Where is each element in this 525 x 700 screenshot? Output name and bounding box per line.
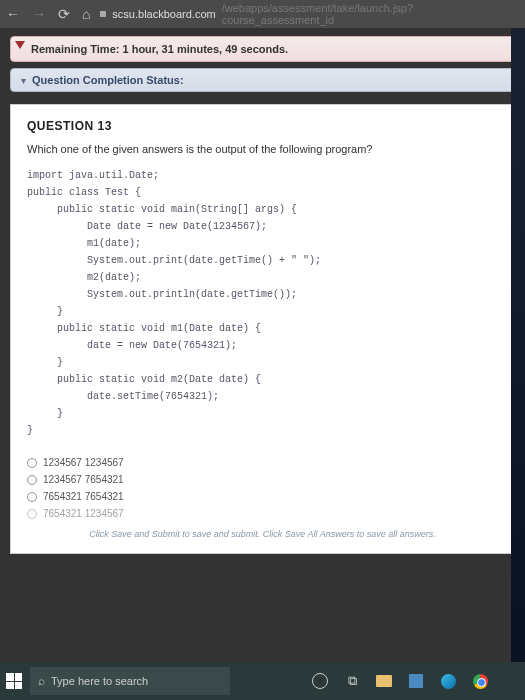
taskbar-search[interactable]: ⌕ Type here to search <box>30 667 230 695</box>
answer-option[interactable]: 1234567 1234567 <box>27 457 498 468</box>
chrome-icon[interactable] <box>471 672 489 690</box>
option-label: 7654321 1234567 <box>43 508 124 519</box>
question-title: QUESTION 13 <box>27 119 498 133</box>
radio-icon[interactable] <box>27 458 37 468</box>
completion-status-label: Question Completion Status: <box>32 74 184 86</box>
answer-options: 1234567 1234567 1234567 7654321 7654321 … <box>27 457 498 519</box>
url-host: scsu.blackboard.com <box>112 8 215 20</box>
edge-icon[interactable] <box>439 672 457 690</box>
question-prompt: Which one of the given answers is the ou… <box>27 143 498 155</box>
back-icon[interactable]: ← <box>6 6 20 22</box>
address-bar[interactable]: scsu.blackboard.com /webapps/assessment/… <box>100 2 519 26</box>
forward-icon[interactable]: → <box>32 6 46 22</box>
page-body: Remaining Time: 1 hour, 31 minutes, 49 s… <box>0 28 525 662</box>
code-block: import java.util.Date; public class Test… <box>27 167 498 439</box>
option-label: 7654321 7654321 <box>43 491 124 502</box>
answer-option[interactable]: 7654321 1234567 <box>27 508 498 519</box>
start-button[interactable] <box>6 673 22 689</box>
expand-icon: ▾ <box>21 75 26 86</box>
collapse-icon[interactable] <box>15 41 25 49</box>
radio-icon[interactable] <box>27 509 37 519</box>
timer-value: 1 hour, 31 minutes, 49 seconds. <box>123 43 289 55</box>
answer-option[interactable]: 7654321 7654321 <box>27 491 498 502</box>
answer-option[interactable]: 1234567 7654321 <box>27 474 498 485</box>
store-icon[interactable] <box>407 672 425 690</box>
radio-icon[interactable] <box>27 475 37 485</box>
reload-icon[interactable]: ⟳ <box>58 6 70 22</box>
windows-taskbar: ⌕ Type here to search ⧉ <box>0 662 525 700</box>
site-info-icon <box>100 11 106 17</box>
radio-icon[interactable] <box>27 492 37 502</box>
timer-alert: Remaining Time: 1 hour, 31 minutes, 49 s… <box>10 36 515 62</box>
submit-hint: Click Save and Submit to save and submit… <box>27 529 498 539</box>
next-monitor-edge <box>511 28 525 662</box>
search-placeholder: Type here to search <box>51 675 148 687</box>
home-icon[interactable]: ⌂ <box>82 6 90 22</box>
question-card: QUESTION 13 Which one of the given answe… <box>10 104 515 554</box>
search-icon: ⌕ <box>38 674 45 688</box>
browser-toolbar: ← → ⟳ ⌂ scsu.blackboard.com /webapps/ass… <box>0 0 525 28</box>
cortana-icon[interactable] <box>311 672 329 690</box>
task-view-icon[interactable]: ⧉ <box>343 672 361 690</box>
completion-status-bar[interactable]: ▾ Question Completion Status: <box>10 68 515 92</box>
url-path: /webapps/assessment/take/launch.jsp?cour… <box>222 2 519 26</box>
file-explorer-icon[interactable] <box>375 672 393 690</box>
timer-label: Remaining Time: <box>31 43 119 55</box>
option-label: 1234567 1234567 <box>43 457 124 468</box>
option-label: 1234567 7654321 <box>43 474 124 485</box>
